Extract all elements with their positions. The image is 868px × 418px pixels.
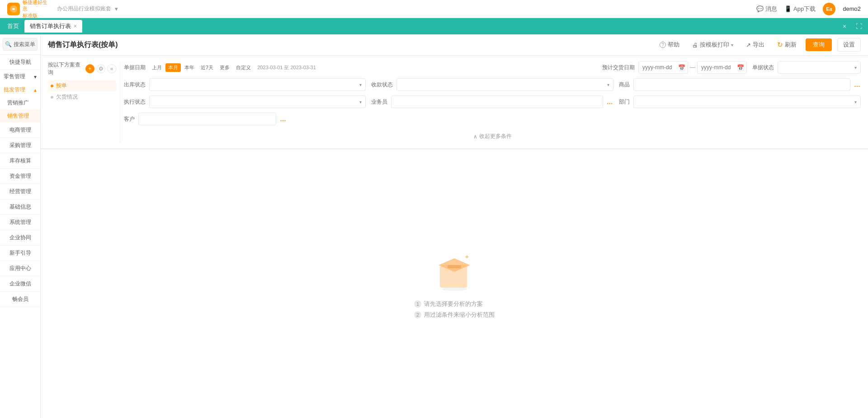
tab-close-window-icon[interactable]: × bbox=[839, 21, 850, 32]
tab-expand-icon[interactable]: ⛶ bbox=[854, 21, 864, 32]
this-month-btn[interactable]: 本月 bbox=[165, 63, 181, 72]
breadcrumb-arrow-icon[interactable]: ▾ bbox=[115, 5, 118, 12]
scheme-add-button[interactable]: + bbox=[85, 64, 94, 73]
scheme-settings-button[interactable]: ⚙ bbox=[96, 64, 105, 73]
outbound-status-dropdown[interactable]: ▾ bbox=[149, 78, 366, 91]
more-date-btn[interactable]: 更多 bbox=[217, 63, 232, 72]
dept-dropdown[interactable]: ▾ bbox=[633, 95, 861, 108]
this-year-btn[interactable]: 本年 bbox=[182, 63, 197, 72]
sidebar-item-member[interactable]: 畅会员 bbox=[0, 292, 40, 307]
svg-marker-3 bbox=[448, 265, 461, 268]
export-button[interactable]: ↗ 导出 bbox=[742, 39, 768, 51]
sidebar-item-enterprise[interactable]: 企业协同 bbox=[0, 230, 40, 246]
doc-status-dropdown[interactable]: ▾ bbox=[778, 61, 861, 74]
tab-close-icon[interactable]: × bbox=[74, 23, 77, 29]
tab-sales-exec-label: 销售订单执行表 bbox=[30, 22, 71, 30]
scheme-panel-header: 按以下方案查询 + ⚙ « bbox=[48, 61, 116, 76]
scheme-item-debt-label: 欠货情况 bbox=[56, 93, 78, 101]
export-icon: ↗ bbox=[746, 42, 751, 48]
filter-row-3: 执行状态 ▾ 业务员 … 部门 bbox=[124, 95, 861, 108]
sidebar-item-inventory[interactable]: 库存核算 bbox=[0, 153, 40, 169]
filter-item-customer: 客户 … bbox=[124, 113, 287, 125]
refresh-button[interactable]: ↻ 刷新 bbox=[774, 39, 800, 51]
scheme-item-debt[interactable]: 欠货情况 bbox=[48, 91, 116, 103]
customer-input[interactable] bbox=[138, 113, 276, 125]
search-menu-button[interactable]: 🔍 搜索菜单 bbox=[3, 38, 38, 51]
sidebar-sub-item-marketing[interactable]: 营销推广 bbox=[0, 96, 40, 109]
sidebar-item-retail[interactable]: 零售管理 ▾ bbox=[0, 70, 40, 83]
sidebar-item-basic[interactable]: 基础信息 bbox=[0, 200, 40, 215]
query-button[interactable]: 查询 bbox=[806, 38, 832, 51]
tab-sales-exec[interactable]: 销售订单执行表 × bbox=[24, 20, 82, 33]
sidebar-item-appstore[interactable]: 应用中心 bbox=[0, 261, 40, 276]
goods-label: 商品 bbox=[619, 81, 630, 89]
salesperson-more-icon[interactable]: … bbox=[607, 98, 613, 105]
collapse-icon: ∧ bbox=[473, 133, 477, 140]
last7-btn[interactable]: 近7天 bbox=[198, 63, 216, 72]
sidebar-item-wechat[interactable]: 企业微信 bbox=[0, 276, 40, 292]
print-icon: 🖨 bbox=[692, 42, 698, 48]
filter-item-expected-date: 预计交货日期 📅 — 📅 bbox=[602, 61, 747, 74]
message-action[interactable]: 💬 消息 bbox=[756, 5, 777, 13]
scheme-item-press-order[interactable]: 按单 bbox=[48, 80, 116, 91]
content-area: 销售订单执行表(按单) ? 帮助 🖨 按模板打印 ▾ ↗ 导出 ↻ 刷新 bbox=[41, 34, 868, 418]
filter-item-collect: 收款状态 ▾ bbox=[371, 78, 613, 91]
tab-home[interactable]: 首页 bbox=[2, 20, 24, 33]
scheme-collapse-button[interactable]: « bbox=[107, 64, 116, 73]
svg-text:✦: ✦ bbox=[464, 253, 470, 261]
date-range-group: 上月 本月 本年 近7天 更多 自定义 2023-03-01 至 2023-03… bbox=[149, 63, 597, 72]
user-name[interactable]: demo2 bbox=[843, 5, 861, 12]
app-download-action[interactable]: 📱 App下载 bbox=[784, 5, 816, 13]
prev-month-btn[interactable]: 上月 bbox=[149, 63, 165, 72]
message-icon: 💬 bbox=[756, 5, 764, 12]
filter-item-outbound: 出库状态 ▾ bbox=[124, 78, 366, 91]
chevron-up-icon: ▴ bbox=[34, 87, 37, 93]
scheme-dot-inactive bbox=[51, 96, 53, 99]
goods-more-icon[interactable]: … bbox=[854, 81, 861, 88]
sidebar-item-purchase[interactable]: 采购管理 bbox=[0, 138, 40, 153]
sidebar-item-quick-nav[interactable]: 快捷导航 bbox=[0, 55, 40, 70]
header-right: 💬 消息 📱 App下载 Ea demo2 bbox=[756, 3, 861, 15]
date-separator: — bbox=[690, 64, 695, 71]
tip-text-2: 用过滤条件来缩小分析范围 bbox=[424, 311, 495, 319]
help-button[interactable]: ? 帮助 bbox=[656, 39, 683, 51]
export-label: 导出 bbox=[753, 41, 764, 49]
scheme-item-press-order-label: 按单 bbox=[56, 82, 67, 90]
sidebar-item-wholesale[interactable]: 批发管理 ▴ bbox=[0, 83, 40, 96]
collapse-bar[interactable]: ∧ 收起更多条件 bbox=[124, 130, 861, 143]
sidebar-item-system[interactable]: 系统管理 bbox=[0, 215, 40, 230]
print-button[interactable]: 🖨 按模板打印 ▾ bbox=[689, 39, 737, 51]
top-header: 畅捷通好生意 标准版 办公用品行业模拟账套 ▾ 💬 消息 📱 App下载 Ea … bbox=[0, 0, 868, 18]
filter-item-doc-status: 单据状态 ▾ bbox=[752, 61, 861, 74]
tab-home-label: 首页 bbox=[7, 22, 19, 30]
exec-status-dropdown[interactable]: ▾ bbox=[149, 95, 366, 108]
salesperson-input[interactable] bbox=[391, 95, 603, 108]
sidebar-sub-item-sales[interactable]: 销售管理 bbox=[0, 109, 40, 123]
goods-input[interactable] bbox=[633, 78, 850, 91]
collapse-label: 收起更多条件 bbox=[479, 133, 512, 140]
refresh-label: 刷新 bbox=[785, 41, 797, 49]
filter-item-goods: 商品 … bbox=[619, 78, 861, 91]
avatar[interactable]: Ea bbox=[823, 3, 835, 15]
custom-date-btn[interactable]: 自定义 bbox=[233, 63, 254, 72]
collect-status-label: 收款状态 bbox=[371, 81, 393, 89]
print-dropdown-icon: ▾ bbox=[731, 43, 733, 48]
exec-status-label: 执行状态 bbox=[124, 98, 146, 106]
collect-status-dropdown[interactable]: ▾ bbox=[396, 78, 613, 91]
expected-date-end[interactable] bbox=[697, 61, 747, 74]
filter-right: 单据日期 上月 本月 本年 近7天 更多 自定义 2023-03-01 至 20… bbox=[124, 61, 861, 143]
sidebar-item-newbie[interactable]: 新手引导 bbox=[0, 246, 40, 261]
sidebar-item-finance[interactable]: 资金管理 bbox=[0, 169, 40, 184]
scheme-dot-active bbox=[51, 85, 53, 87]
expected-date-start[interactable] bbox=[638, 61, 688, 74]
customer-more-icon[interactable]: … bbox=[280, 115, 287, 123]
sidebar-item-ecommerce[interactable]: 电商管理 bbox=[0, 123, 40, 138]
query-label: 查询 bbox=[813, 41, 825, 49]
dept-chevron-icon: ▾ bbox=[854, 100, 857, 104]
date-quick-btns: 上月 本月 本年 近7天 更多 自定义 bbox=[149, 63, 254, 72]
settings-button[interactable]: 设置 bbox=[837, 38, 861, 52]
doc-date-label: 单据日期 bbox=[124, 64, 146, 71]
sidebar-item-operations[interactable]: 经营管理 bbox=[0, 184, 40, 200]
help-icon: ? bbox=[660, 42, 666, 48]
filter-row-1: 单据日期 上月 本月 本年 近7天 更多 自定义 2023-03-01 至 20… bbox=[124, 61, 861, 74]
